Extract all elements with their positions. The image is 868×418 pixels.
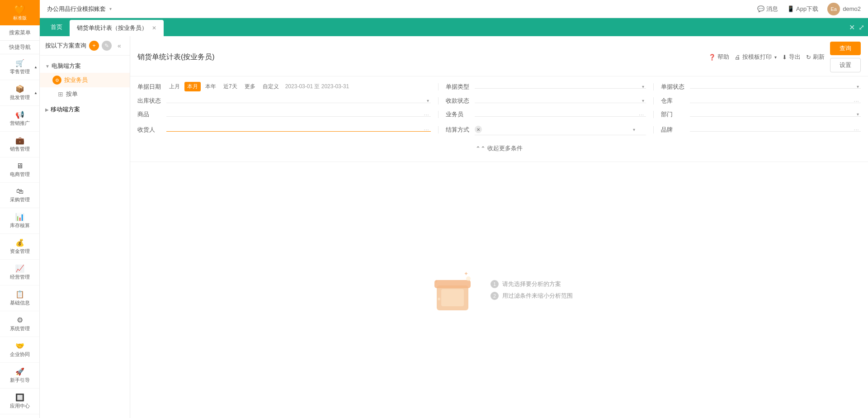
date-tab-this-year[interactable]: 本年 (203, 82, 219, 91)
topbar-dropdown-arrow[interactable]: ▾ (109, 6, 112, 11)
sep2 (653, 83, 654, 90)
payment-clear-btn[interactable]: ✕ (475, 126, 482, 133)
warehouse-control[interactable]: ··· (690, 99, 861, 103)
order-scheme-icon: ⊞ (58, 90, 63, 98)
recv-status-control[interactable]: ▾ (475, 99, 646, 103)
sidebar-item-marketing[interactable]: 📢 营销推广 (0, 106, 39, 132)
goods-control[interactable]: ··· (166, 113, 431, 117)
svg-point-4 (438, 298, 440, 300)
print-action[interactable]: 🖨 按模板打印 ▾ (735, 53, 777, 61)
sidebar-item-inventory[interactable]: 📊 库存核算 (0, 208, 39, 234)
out-status-control[interactable]: ▾ (166, 99, 431, 103)
sidebar-nav: 🛒 零售管理 📦 批发管理 📢 营销推广 💼 销售管理 🖥 电商管理 🛍 采购管… (0, 54, 39, 418)
receiver-control[interactable]: ··· (166, 128, 431, 132)
hint2-text: 用过滤条件来缩小分析范围 (502, 292, 573, 300)
filter-row-3: 商品 ··· 业务员 ··· 部门 (137, 110, 861, 119)
filter-date: 单据日期 上月 本月 本年 近7天 更多 自定义 2023-03-01 至 20… (137, 82, 431, 91)
sidebar-search[interactable]: 搜索菜单 (0, 25, 39, 41)
tab-sales-stat-label: 销货单统计表（按业务员） (77, 24, 147, 32)
scheme-by-order[interactable]: ⊞ 按单 (40, 87, 130, 101)
salesperson-control[interactable]: ··· (475, 113, 646, 117)
pc-group-header[interactable]: ▼ 电脑端方案 (40, 59, 130, 73)
sidebar-item-ecommerce[interactable]: 🖥 电商管理 (0, 157, 39, 183)
close-tab-action[interactable]: ✕ (849, 23, 855, 32)
sidebar-quick-nav[interactable]: 快捷导航 (0, 41, 39, 54)
wholesale-icon: 📦 (15, 85, 24, 93)
message-label: 消息 (766, 5, 778, 13)
enterprise-icon: 🤝 (15, 342, 24, 350)
sidebar-item-finance[interactable]: 💰 资金管理 (0, 234, 39, 260)
page-title-bar: 销货单统计表(按业务员) ❓ 帮助 🖨 按模板打印 ▾ ⬇ 导出 (130, 36, 868, 76)
avatar: Ea (827, 3, 840, 15)
sidebar-item-appstore[interactable]: 🔲 应用中心 (0, 389, 39, 414)
user-profile[interactable]: Ea demo2 (827, 3, 861, 15)
refresh-action[interactable]: ↻ 刷新 (806, 53, 825, 61)
receiver-label: 收货人 (137, 126, 163, 134)
svg-rect-1 (434, 280, 471, 288)
export-action[interactable]: ⬇ 导出 (782, 53, 801, 61)
date-tab-this-month[interactable]: 本月 (184, 82, 201, 91)
empty-state: ✦ ✦ 1 请先选择要分析的方案 2 用过滤条件来缩小分析范围 (130, 162, 868, 418)
collapse-more-bar[interactable]: ⌃⌃ 收起更多条件 (137, 141, 861, 156)
brand-control[interactable]: ··· (690, 128, 861, 132)
sidebar: 🧡 标准版 搜索菜单 快捷导航 🛒 零售管理 📦 批发管理 📢 营销推广 💼 销… (0, 0, 40, 418)
date-tab-last7[interactable]: 近7天 (221, 82, 240, 91)
scheme-by-salesperson[interactable]: ⚙ 按业务员 (40, 73, 130, 87)
tab-home[interactable]: 首页 (43, 20, 70, 34)
payment-arrow: ▾ (633, 127, 635, 132)
salesperson-label: 业务员 (446, 110, 471, 119)
topbar-title: 办公用品行业模拟账套 (47, 5, 106, 13)
date-filter: 上月 本月 本年 近7天 更多 自定义 2023-03-01 至 2023-03… (166, 82, 431, 91)
sidebar-logo[interactable]: 🧡 标准版 (0, 0, 40, 25)
print-label: 按模板打印 (742, 53, 772, 61)
export-label: 导出 (789, 53, 801, 61)
sidebar-item-retail[interactable]: 🛒 零售管理 (0, 54, 39, 80)
goods-label: 商品 (137, 110, 163, 119)
pc-scheme-group: ▼ 电脑端方案 ⚙ 按业务员 ⊞ 按单 (40, 59, 130, 101)
empty-svg: ✦ ✦ (425, 263, 480, 317)
filter-salesperson: 业务员 ··· (446, 110, 646, 119)
message-icon: 💬 (757, 5, 764, 12)
doc-type-control[interactable]: ▾ (475, 85, 646, 89)
app-download-icon: 📱 (787, 5, 794, 12)
add-scheme-btn[interactable]: + (89, 41, 99, 51)
date-tab-custom[interactable]: 自定义 (260, 82, 282, 91)
hint1-text: 请先选择要分析的方案 (502, 280, 561, 288)
dept-control[interactable]: ▾ (690, 113, 861, 117)
sidebar-item-enterprise[interactable]: 🤝 企业协同 (0, 337, 39, 363)
tab-close-btn[interactable]: ✕ (152, 25, 156, 31)
refresh-label: 刷新 (813, 53, 825, 61)
help-action[interactable]: ❓ 帮助 (708, 53, 729, 61)
query-button[interactable]: 查询 (830, 42, 861, 55)
payment-control[interactable]: ✕ ▾ (475, 124, 646, 135)
empty-hint-1: 1 请先选择要分析的方案 (491, 280, 573, 288)
message-action[interactable]: 💬 消息 (757, 5, 778, 13)
date-tab-more[interactable]: 更多 (242, 82, 258, 91)
scheme-tree: ▼ 电脑端方案 ⚙ 按业务员 ⊞ 按单 ▶ 移动端方案 (40, 56, 130, 120)
doc-type-arrow: ▾ (642, 84, 644, 89)
tab-sales-stat[interactable]: 销货单统计表（按业务员） ✕ (70, 20, 164, 36)
sidebar-item-system[interactable]: ⚙ 系统管理 (0, 311, 39, 337)
goods-dots: ··· (424, 111, 429, 118)
doc-status-control[interactable]: ▾ (690, 85, 861, 89)
empty-hint-2: 2 用过滤条件来缩小分析范围 (491, 292, 573, 300)
svg-text:✦: ✦ (464, 271, 468, 277)
edit-scheme-btn[interactable]: ✎ (102, 41, 112, 51)
sidebar-item-sales[interactable]: 💼 销售管理 (0, 132, 39, 157)
collapse-panel-btn[interactable]: « (114, 41, 124, 51)
sidebar-item-purchase[interactable]: 🛍 采购管理 (0, 183, 39, 208)
sidebar-item-wholesale[interactable]: 📦 批发管理 (0, 80, 39, 106)
expand-tab-action[interactable]: ⤢ (859, 23, 864, 32)
sidebar-item-basic[interactable]: 📋 基础信息 (0, 285, 39, 311)
sidebar-item-newbie[interactable]: 🚀 新手引导 (0, 363, 39, 389)
out-status-label: 出库状态 (137, 97, 163, 105)
wholesale-label: 批发管理 (10, 94, 30, 101)
app-download-action[interactable]: 📱 App下载 (787, 5, 818, 13)
avatar-text: Ea (831, 6, 837, 12)
date-tab-last-month[interactable]: 上月 (166, 82, 183, 91)
settings-button[interactable]: 设置 (830, 58, 861, 72)
sidebar-item-operations[interactable]: 📈 经营管理 (0, 260, 39, 285)
sidebar-item-wechat[interactable]: 💬 企业微信 (0, 414, 39, 418)
empty-text: 1 请先选择要分析的方案 2 用过滤条件来缩小分析范围 (491, 280, 573, 300)
mobile-group-header[interactable]: ▶ 移动端方案 (40, 103, 130, 116)
